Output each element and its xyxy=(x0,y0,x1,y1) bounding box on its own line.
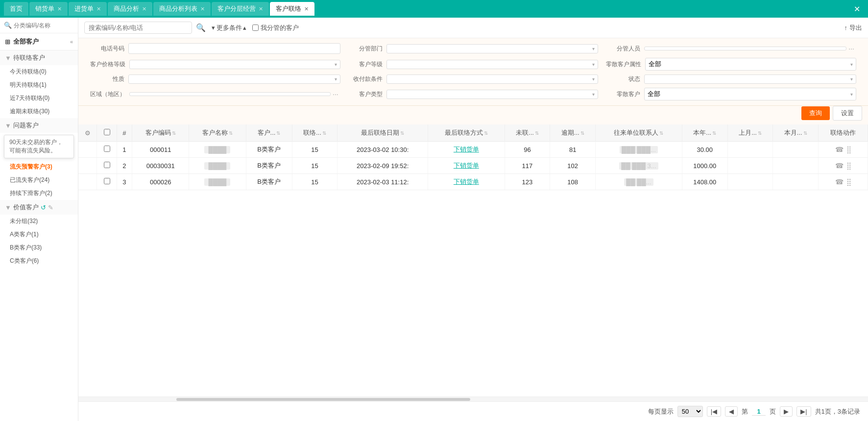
sidebar-item-declining[interactable]: 持续下滑客户(2) xyxy=(0,187,78,200)
close-icon[interactable]: ✕ xyxy=(304,6,309,12)
window-close-icon[interactable]: ✕ xyxy=(850,4,864,14)
contact-method-link[interactable]: 下销货单 xyxy=(454,162,479,169)
sidebar-item-churn-warning[interactable]: 流失预警客户(3) xyxy=(0,160,78,173)
sidebar-item-overdue-pending[interactable]: 逾期未联络(30) xyxy=(0,105,78,118)
query-button[interactable]: 查询 xyxy=(801,106,830,120)
page-number-input[interactable] xyxy=(752,408,766,416)
sort-icon[interactable]: ⇅ xyxy=(400,130,404,136)
sort-icon[interactable]: ⇅ xyxy=(276,130,280,136)
row-checkbox[interactable] xyxy=(104,146,110,152)
close-icon[interactable]: ✕ xyxy=(259,6,263,12)
contact-method-link[interactable]: 下销货单 xyxy=(454,178,479,185)
close-icon[interactable]: ✕ xyxy=(96,6,101,12)
close-icon[interactable]: ✕ xyxy=(200,6,205,12)
more-action-icon[interactable]: ⣿ xyxy=(846,178,851,186)
sort-icon[interactable]: ⇅ xyxy=(803,130,807,136)
close-icon[interactable]: ✕ xyxy=(142,6,146,12)
sidebar-item-class-b[interactable]: B类客户(33) xyxy=(0,241,78,254)
close-icon[interactable]: ✕ xyxy=(57,6,62,12)
filter-select-manager[interactable] xyxy=(644,47,846,50)
tab-customer-tier[interactable]: 客户分层经营 ✕ xyxy=(212,2,269,16)
region-more-icon[interactable]: ··· xyxy=(331,90,340,98)
settings-button[interactable]: 设置 xyxy=(833,106,862,121)
col-settings[interactable]: ⚙ xyxy=(78,124,97,142)
collapse-icon[interactable]: « xyxy=(70,39,73,45)
search-button[interactable]: 🔍 xyxy=(196,23,206,32)
filter-select-casual-customer[interactable]: 全部 ▾ xyxy=(644,88,856,100)
filter-select-casual-attr[interactable]: 全部 ▾ xyxy=(645,58,856,71)
sidebar-item-ungrouped[interactable]: 未分组(32) xyxy=(0,215,78,228)
sort-icon[interactable]: ⇅ xyxy=(229,130,233,136)
sidebar-group-header-value[interactable]: ▼ 价值客户 ↺ ✎ xyxy=(0,200,78,215)
cell-this-month xyxy=(773,158,819,174)
tab-home[interactable]: 首页 xyxy=(4,2,28,16)
cell-last-contact-method[interactable]: 下销货单 xyxy=(428,142,505,158)
last-page-button[interactable]: ▶| xyxy=(796,406,811,417)
sidebar-item-tomorrow-pending[interactable]: 明天待联络(1) xyxy=(0,78,78,92)
tab-purchase[interactable]: 进货单 ✕ xyxy=(69,2,107,16)
filter-select-region[interactable] xyxy=(129,92,331,96)
filter-label-status: 状态 xyxy=(606,75,640,83)
cell-action: ☎ ⣿ xyxy=(819,142,868,158)
tab-sales[interactable]: 销货单 ✕ xyxy=(29,2,68,16)
sidebar-item-today-pending[interactable]: 今天待联络(0) xyxy=(0,65,78,78)
cell-checkbox[interactable] xyxy=(97,158,117,174)
cell-last-contact-method[interactable]: 下销货单 xyxy=(428,158,505,174)
sort-icon[interactable]: ⇅ xyxy=(322,130,326,136)
sidebar-item-class-c[interactable]: C类客户(6) xyxy=(0,254,78,268)
filter-select-customer-level[interactable]: ▾ xyxy=(386,60,599,69)
chevron-down-icon: ▾ xyxy=(335,76,337,82)
tab-customer-contact[interactable]: 客户联络 ✕ xyxy=(270,2,314,16)
cell-checkbox[interactable] xyxy=(97,142,117,158)
scrollbar-thumb[interactable] xyxy=(176,398,470,401)
my-customers-checkbox[interactable] xyxy=(252,25,259,31)
sidebar-item-class-a[interactable]: A类客户(1) xyxy=(0,228,78,241)
row-checkbox[interactable] xyxy=(104,178,110,184)
filter-select-customer-type[interactable]: ▾ xyxy=(386,90,599,99)
filter-input-phone[interactable] xyxy=(128,43,340,54)
refresh-icon[interactable]: ↺ xyxy=(41,204,46,211)
sidebar-all-customers[interactable]: ⊞ 全部客户 « xyxy=(0,33,78,50)
more-action-icon[interactable]: ⣿ xyxy=(846,162,851,170)
filter-select-payment[interactable]: ▾ xyxy=(386,74,599,84)
tab-product-analysis[interactable]: 商品分析 ✕ xyxy=(108,2,152,16)
more-action-icon[interactable]: ⣿ xyxy=(846,146,851,153)
sidebar-group-header-problem[interactable]: ▼ 问题客户 xyxy=(0,118,78,133)
contact-icon[interactable]: ☎ xyxy=(835,178,844,186)
first-page-button[interactable]: |◀ xyxy=(707,406,721,417)
my-customers-checkbox-label[interactable]: 我分管的客户 xyxy=(252,24,299,32)
filter-select-nature[interactable]: ▾ xyxy=(128,74,340,84)
settings-icon[interactable]: ⚙ xyxy=(85,129,91,137)
filter-select-status[interactable]: ▾ xyxy=(644,74,856,84)
page-size-select[interactable]: 50 100 200 xyxy=(677,406,703,417)
sidebar-search-input[interactable] xyxy=(14,22,74,29)
sort-icon[interactable]: ⇅ xyxy=(758,130,762,136)
sort-icon[interactable]: ⇅ xyxy=(172,130,176,136)
contact-icon[interactable]: ☎ xyxy=(835,146,844,153)
sort-icon[interactable]: ⇅ xyxy=(535,130,539,136)
next-page-button[interactable]: ▶ xyxy=(780,406,793,417)
contact-method-link[interactable]: 下销货单 xyxy=(454,146,479,153)
contact-icon[interactable]: ☎ xyxy=(835,162,844,170)
horizontal-scrollbar[interactable] xyxy=(78,396,868,401)
more-conditions-button[interactable]: ▾ 更多条件 ▴ xyxy=(210,24,248,32)
sort-icon[interactable]: ⇅ xyxy=(659,130,663,136)
edit-icon[interactable]: ✎ xyxy=(48,204,53,211)
filter-more-icon[interactable]: ··· xyxy=(846,45,856,52)
export-button[interactable]: ↑ 导出 xyxy=(844,24,863,32)
filter-select-price-level[interactable]: ▾ xyxy=(129,60,340,69)
filter-select-dept[interactable]: ▾ xyxy=(386,44,599,53)
cell-checkbox[interactable] xyxy=(97,174,117,190)
sort-icon[interactable]: ⇅ xyxy=(712,130,716,136)
cell-last-contact-method[interactable]: 下销货单 xyxy=(428,174,505,190)
prev-page-button[interactable]: ◀ xyxy=(725,406,738,417)
row-checkbox[interactable] xyxy=(104,162,110,168)
sidebar-item-churned[interactable]: 已流失客户(24) xyxy=(0,173,78,187)
search-input[interactable] xyxy=(84,22,192,34)
sidebar-group-header-pending[interactable]: ▼ 待联络客户 xyxy=(0,50,78,65)
sort-icon[interactable]: ⇅ xyxy=(484,130,488,136)
tab-product-analysis-list[interactable]: 商品分析列表 ✕ xyxy=(153,2,211,16)
sort-icon[interactable]: ⇅ xyxy=(580,130,584,136)
select-all-checkbox[interactable] xyxy=(104,129,110,135)
sidebar-item-week-pending[interactable]: 近7天待联络(0) xyxy=(0,92,78,105)
